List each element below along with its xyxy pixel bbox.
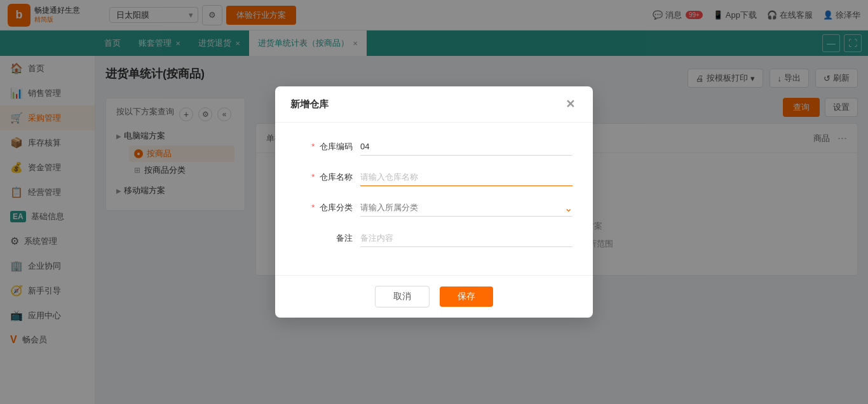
required-star-category: *	[311, 203, 315, 212]
new-warehouse-modal: 新增仓库 ✕ * 仓库编码 * 仓库名称	[275, 86, 593, 318]
remark-label: * 备注	[295, 232, 353, 244]
name-label: * 仓库名称	[295, 172, 353, 183]
category-select-wrap: ⌄	[360, 199, 573, 217]
save-button[interactable]: 保存	[440, 286, 493, 307]
category-label: * 仓库分类	[295, 202, 353, 213]
required-star-name: *	[311, 172, 315, 182]
remark-input[interactable]	[360, 229, 573, 247]
code-input[interactable]	[360, 138, 573, 156]
modal-body: * 仓库编码 * 仓库名称 * 仓库分类	[275, 123, 593, 275]
modal-close-button[interactable]: ✕	[562, 97, 578, 112]
cancel-button[interactable]: 取消	[375, 286, 430, 307]
modal-header: 新增仓库 ✕	[275, 86, 593, 123]
modal-overlay[interactable]: 新增仓库 ✕ * 仓库编码 * 仓库名称	[0, 0, 868, 404]
form-row-remark: * 备注	[295, 229, 573, 247]
form-row-name: * 仓库名称	[295, 168, 573, 186]
modal-title: 新增仓库	[290, 98, 329, 111]
code-label: * 仓库编码	[295, 141, 353, 152]
category-input[interactable]	[360, 199, 573, 217]
form-row-category: * 仓库分类 ⌄	[295, 199, 573, 217]
name-input[interactable]	[360, 168, 573, 186]
form-row-code: * 仓库编码	[295, 138, 573, 156]
modal-footer: 取消 保存	[275, 275, 593, 318]
required-star-code: *	[311, 142, 315, 151]
